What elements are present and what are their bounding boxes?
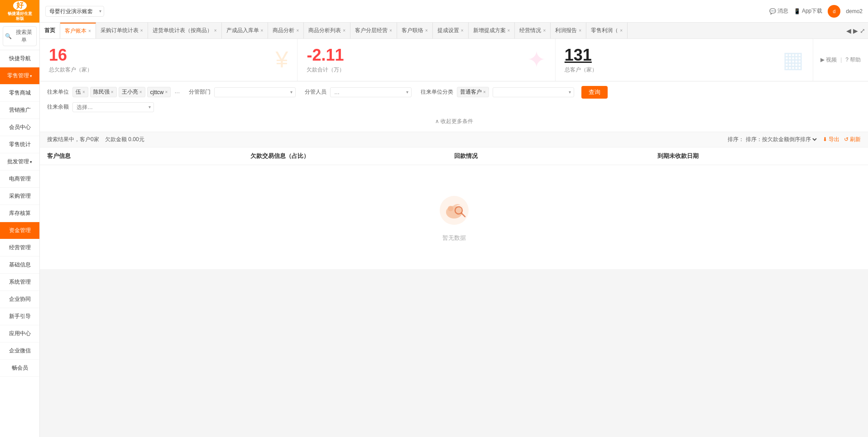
tab-close-product[interactable]: × xyxy=(261,28,264,33)
sidebar-item-guide[interactable]: 新手引导 xyxy=(0,308,39,325)
tab-addcommission[interactable]: 新增提成方案× xyxy=(469,23,515,39)
svg-point-2 xyxy=(448,206,453,211)
tab-purchase[interactable]: 采购订单统计表× xyxy=(96,23,148,39)
sidebar-item-finance[interactable]: 资金管理 xyxy=(0,222,39,239)
tabs-prev-btn[interactable]: ◀ xyxy=(846,27,851,34)
tab-custlink[interactable]: 客户联络× xyxy=(397,23,433,39)
help-btn[interactable]: ? 帮助 xyxy=(845,56,861,64)
tab-retail[interactable]: 零售利润（× xyxy=(586,23,628,39)
user-avatar[interactable]: d xyxy=(828,5,840,18)
stat-total-debt-customers: 16 总欠款客户（家） ¥ xyxy=(40,39,297,81)
filter-person-wrap[interactable] xyxy=(330,87,412,97)
tab-custseg[interactable]: 客户分层经营× xyxy=(350,23,397,39)
tab-label-commission: 提成设置 xyxy=(437,27,459,34)
sort-label: 排序：排序：按欠款金额倒序排序 xyxy=(728,136,818,143)
video-btn[interactable]: ▶ 视频 xyxy=(820,56,837,64)
sidebar-item-wholesale[interactable]: 批发管理▾ xyxy=(0,153,39,171)
unit-tag-remove[interactable]: × xyxy=(111,90,114,95)
tab-bizstatus[interactable]: 经营情况× xyxy=(515,23,551,39)
tab-close-retail[interactable]: × xyxy=(620,28,623,33)
sidebar-item-retail-mgmt[interactable]: 零售管理▾ xyxy=(0,67,39,85)
category-tag: 普通客户 × xyxy=(457,87,489,97)
refresh-btn[interactable]: ↺ 刷新 xyxy=(844,136,861,143)
filter-category-input[interactable] xyxy=(497,89,565,95)
sidebar-item-wechat-work[interactable]: 企业微信 xyxy=(0,342,39,360)
tab-instock[interactable]: 进货单统计表（按商品）× xyxy=(148,23,222,39)
filter-unit-label: 往来单位 xyxy=(47,88,69,96)
unit-tag-remove[interactable]: × xyxy=(82,90,85,95)
filter-dept-input[interactable] xyxy=(218,89,286,95)
result-bar-right: 排序：排序：按欠款金额倒序排序 ⬇ 导出 ↺ 刷新 xyxy=(728,136,861,143)
sidebar-item-member[interactable]: 会员中心 xyxy=(0,119,39,136)
collapse-filters-btn[interactable]: ∧ 收起更多条件 xyxy=(47,116,861,127)
sidebar-item-retail-mall[interactable]: 零售商城 xyxy=(0,85,39,102)
tab-close-custseg[interactable]: × xyxy=(389,28,392,33)
export-btn[interactable]: ⬇ 导出 xyxy=(823,136,839,143)
tab-close-bizstatus[interactable]: × xyxy=(543,28,546,33)
app-download-btn[interactable]: 📱 App下载 xyxy=(794,7,822,15)
filter-category-label: 往来单位分类 xyxy=(421,88,453,96)
tab-close-custlink[interactable]: × xyxy=(425,28,428,33)
unit-tag-remove[interactable]: × xyxy=(139,90,142,95)
tab-close-instock[interactable]: × xyxy=(214,28,217,33)
tab-label-custlink: 客户联络 xyxy=(402,27,423,34)
tabs-expand-btn[interactable]: ⤢ xyxy=(860,27,865,34)
sidebar-item-quick-nav[interactable]: 快捷导航 xyxy=(0,50,39,67)
query-button[interactable]: 查询 xyxy=(581,86,608,99)
tab-close-account[interactable]: × xyxy=(88,28,91,33)
filter-balance-wrap[interactable] xyxy=(72,102,154,112)
sidebar-item-app-center[interactable]: 应用中心 xyxy=(0,325,39,342)
tab-commission[interactable]: 提成设置× xyxy=(433,23,469,39)
sidebar-item-marketing[interactable]: 营销推广 xyxy=(0,102,39,119)
message-btn[interactable]: 💬 消息 xyxy=(769,7,788,15)
stats-bar: 16 总欠款客户（家） ¥ -2.11 欠款合计（万） ✦ 131 总客户（家）… xyxy=(40,39,868,81)
tab-account[interactable]: 客户账本× xyxy=(60,23,96,39)
sidebar-item-sys-mgmt[interactable]: 系统管理 xyxy=(0,274,39,291)
tab-close-commission[interactable]: × xyxy=(461,28,464,33)
tab-close-addcommission[interactable]: × xyxy=(508,28,510,33)
message-icon: 💬 xyxy=(769,8,776,14)
tabs-next-btn[interactable]: ▶ xyxy=(853,27,858,34)
sidebar-search-area: 🔍 搜索菜单 xyxy=(0,23,39,50)
category-tag-remove[interactable]: × xyxy=(483,90,486,95)
collapse-icon: ∧ xyxy=(435,118,439,124)
topbar-right: 💬 消息 📱 App下载 d demo2 xyxy=(769,5,863,18)
tab-goodslist[interactable]: 商品分析列表× xyxy=(304,23,350,39)
empty-icon xyxy=(436,192,472,228)
tab-close-purchase[interactable]: × xyxy=(140,28,143,33)
search-icon: 🔍 xyxy=(5,33,12,39)
tab-profit[interactable]: 利润报告× xyxy=(551,23,586,39)
category-tags: 普通客户 × xyxy=(457,87,489,97)
col-header-repay: 回款情况 xyxy=(454,152,657,160)
table-wrap: 客户信息 欠款交易信息（占比） 回款情况 到期未收款日期 xyxy=(40,147,868,269)
filter-balance-input[interactable] xyxy=(77,104,144,110)
sidebar-item-vip[interactable]: 畅会员 xyxy=(0,360,39,377)
tab-product[interactable]: 产成品入库单× xyxy=(222,23,269,39)
account-selector[interactable]: 母婴行业演示账套 xyxy=(45,6,104,17)
table-header: 客户信息 欠款交易信息（占比） 回款情况 到期未收款日期 xyxy=(40,147,868,165)
sort-selector[interactable]: 排序：按欠款金额倒序排序 xyxy=(744,136,818,143)
filter-person-input[interactable] xyxy=(334,89,402,95)
filter-more-icon[interactable]: ··· xyxy=(174,89,180,96)
search-menu-button[interactable]: 🔍 搜索菜单 xyxy=(3,26,37,46)
sidebar-nav: 快捷导航零售管理▾零售商城营销推广会员中心零售统计批发管理▾电商管理采购管理库存… xyxy=(0,50,39,377)
sidebar-item-retail-stats[interactable]: 零售统计 xyxy=(0,136,39,153)
filter-category-select-wrap[interactable] xyxy=(493,87,574,97)
user-name[interactable]: demo2 xyxy=(846,8,863,14)
filter-row-2: 往来余额 xyxy=(47,102,861,112)
unit-tag-remove[interactable]: × xyxy=(165,90,168,95)
tab-close-goods[interactable]: × xyxy=(296,28,299,33)
filter-dept-wrap[interactable] xyxy=(214,87,296,97)
tab-home[interactable]: 首页 xyxy=(40,23,60,39)
sidebar-item-base-info[interactable]: 基础信息 xyxy=(0,256,39,274)
tab-close-profit[interactable]: × xyxy=(579,28,581,33)
sidebar-item-purchase-mgmt[interactable]: 采购管理 xyxy=(0,188,39,205)
sidebar: 好 畅捷通好生意 标版 🔍 搜索菜单 快捷导航零售管理▾零售商城营销推广会员中心… xyxy=(0,0,40,437)
sidebar-item-enterprise[interactable]: 企业协同 xyxy=(0,291,39,308)
tab-goods[interactable]: 商品分析× xyxy=(268,23,304,39)
sidebar-item-ecommerce[interactable]: 电商管理 xyxy=(0,171,39,188)
sidebar-item-operation[interactable]: 经营管理 xyxy=(0,239,39,256)
tab-close-goodslist[interactable]: × xyxy=(343,28,345,33)
stat-icon-star: ✦ xyxy=(527,47,546,73)
sidebar-item-inventory[interactable]: 库存核算 xyxy=(0,205,39,222)
